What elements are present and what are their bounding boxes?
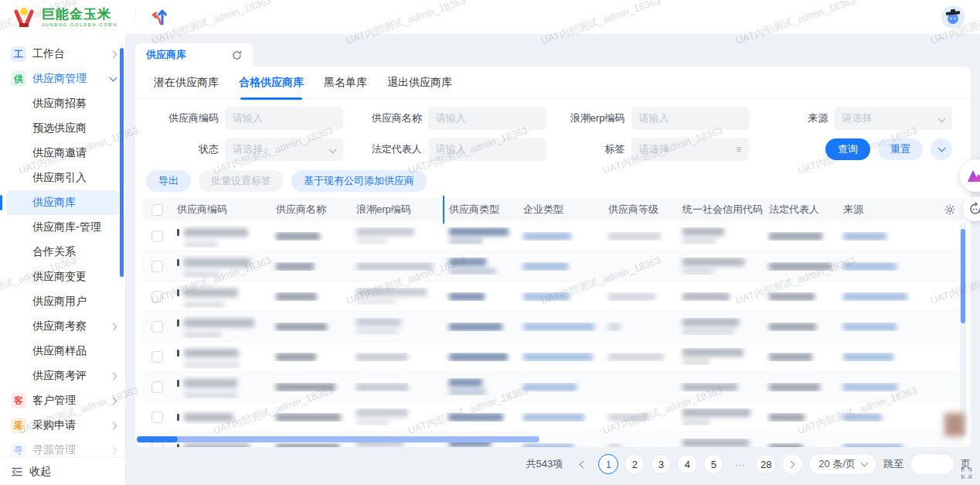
sidebar-item-supplier-recruit[interactable]: 供应商招募 <box>0 91 125 116</box>
redacted-content <box>843 323 957 331</box>
refresh-icon[interactable] <box>232 50 242 60</box>
page-jump-input[interactable] <box>910 453 954 475</box>
sidebar-item-supplier-library[interactable]: 供应商库 <box>6 190 119 215</box>
filter-placeholder: 请输入 <box>233 111 335 125</box>
page-button-3[interactable]: 3 <box>651 454 671 474</box>
export-button[interactable]: 导出 <box>146 170 191 192</box>
redacted-cell <box>171 225 270 248</box>
redacted-bar-secondary <box>682 238 716 244</box>
row-checkbox[interactable] <box>151 351 163 363</box>
table-row[interactable] <box>143 221 963 251</box>
subtab-qualified-supplier-library[interactable]: 合格供应商库 <box>239 76 304 90</box>
filter-input-legal-representative[interactable]: 请输入 <box>428 138 546 161</box>
row-checkbox[interactable] <box>151 291 163 302</box>
page-button-5[interactable]: 5 <box>703 454 723 474</box>
expand-filters-button[interactable] <box>931 138 952 160</box>
sidebar-item-supplier-invite[interactable]: 供应商邀请 <box>0 141 125 166</box>
redacted-cell <box>837 443 963 448</box>
filter-select-source[interactable]: 请选择 <box>834 107 952 130</box>
redacted-bar <box>608 232 661 241</box>
page-button-1[interactable]: 1 <box>598 454 618 474</box>
upgrade-arrows-icon[interactable] <box>149 7 172 27</box>
row-checkbox[interactable] <box>151 381 163 393</box>
filter-input-langchao-erp-code[interactable]: 请输入 <box>631 107 750 130</box>
sidebar-item-label: 客户管理 <box>32 394 111 408</box>
page-size-select[interactable]: 20 条/页 <box>808 453 877 475</box>
sidebar-item-supplier-user[interactable]: 供应商用户 <box>0 289 125 314</box>
page-button-28[interactable]: 28 <box>756 454 776 474</box>
reset-button[interactable]: 重置 <box>878 138 923 160</box>
redacted-bar <box>769 443 802 448</box>
page-button-4[interactable]: 4 <box>677 454 697 474</box>
sidebar-item-customer-management[interactable]: 客客户管理 <box>0 388 125 413</box>
subtab-exited-supplier-library[interactable]: 退出供应商库 <box>387 76 452 90</box>
column-settings-button[interactable] <box>937 204 963 215</box>
search-button[interactable]: 查询 <box>825 138 870 160</box>
sidebar-item-supplier-change[interactable]: 供应商变更 <box>0 265 125 289</box>
redacted-bar <box>276 443 339 448</box>
sidebar-item-supplier-introduce[interactable]: 供应商引入 <box>0 166 125 190</box>
redacted-cell <box>763 232 837 241</box>
filter-item-supplier-name: 供应商名称请输入 <box>357 107 546 130</box>
redacted-bar-secondary <box>682 268 713 275</box>
filter-item-supplier-code: 供应商编码请输入 <box>154 107 343 130</box>
next-page-button[interactable] <box>782 454 802 474</box>
subtab-blacklist-library[interactable]: 黑名单库 <box>324 76 367 90</box>
redacted-bar <box>608 353 664 361</box>
redacted-cell <box>443 227 517 244</box>
sidebar-item-supplier-management[interactable]: 供供应商管理 <box>0 67 125 91</box>
redacted-bar <box>843 383 897 391</box>
filter-select-tags[interactable]: 请选择≡ <box>631 138 750 161</box>
prev-page-button[interactable] <box>572 454 592 474</box>
sidebar-scrollbar[interactable] <box>120 48 124 277</box>
table-horizontal-scrollbar-thumb[interactable] <box>137 436 178 442</box>
redacted-content <box>843 383 957 391</box>
sidebar-item-supplier-review[interactable]: 供应商考评 <box>0 364 125 388</box>
row-checkbox[interactable] <box>151 261 163 272</box>
sidebar-item-purchase-request[interactable]: 采采购申请 <box>0 413 125 438</box>
tab-supplier-library[interactable]: 供应商库 <box>135 43 253 67</box>
redacted-bar <box>356 383 408 391</box>
table-row[interactable] <box>143 342 963 372</box>
sidebar-item-workbench[interactable]: 工工作台 <box>0 42 125 67</box>
subtab-potential-supplier-library[interactable]: 潜在供应商库 <box>154 76 219 90</box>
filter-buttons: 查询重置 <box>763 138 952 160</box>
sidebar-item-label: 供应商管理 <box>32 72 111 86</box>
sidebar-item-supplier-inspection[interactable]: 供应商考察 <box>0 314 125 339</box>
filter-input-supplier-name[interactable]: 请输入 <box>428 107 546 130</box>
collapse-sidebar-button[interactable]: 收起 <box>0 457 125 485</box>
sidebar-item-supplier-sample[interactable]: 供应商样品 <box>0 339 125 364</box>
redacted-bar <box>769 383 820 391</box>
redacted-bar <box>682 318 739 326</box>
redacted-content <box>523 383 596 391</box>
redacted-cell <box>350 383 443 391</box>
column-header-7: 法定代表人 <box>763 203 837 217</box>
table-row[interactable] <box>143 251 963 282</box>
redacted-bar <box>449 413 503 422</box>
redacted-cell <box>171 410 270 424</box>
sidebar-item-label: 供应商考评 <box>32 369 111 383</box>
row-checkbox[interactable] <box>151 231 163 242</box>
sidebar-item-pre-selected-supplier[interactable]: 预选供应商 <box>0 116 125 141</box>
table-row[interactable] <box>143 312 963 342</box>
user-avatar[interactable] <box>941 5 965 29</box>
row-checkbox[interactable] <box>151 321 163 333</box>
table-row[interactable] <box>143 282 963 312</box>
sidebar-group-icon: 寻 <box>11 442 26 457</box>
redacted-cell <box>171 255 270 278</box>
table-vertical-scrollbar-thumb[interactable] <box>961 229 965 323</box>
filter-input-supplier-code[interactable]: 请输入 <box>225 107 343 130</box>
table-horizontal-scrollbar-track[interactable] <box>174 436 539 442</box>
table-row[interactable] <box>143 372 963 402</box>
select-all-checkbox[interactable] <box>151 204 163 216</box>
page-button-2[interactable]: 2 <box>624 454 645 474</box>
ai-logo-icon <box>967 169 980 183</box>
add-supplier-from-company-button[interactable]: 基于现有公司添加供应商 <box>291 170 427 192</box>
table-row[interactable] <box>143 402 963 432</box>
sidebar-item-cooperation-relation[interactable]: 合作关系 <box>0 240 125 265</box>
filter-placeholder: 请输入 <box>436 142 539 156</box>
sidebar-item-sourcing-management[interactable]: 寻寻源管理 <box>0 438 125 457</box>
row-checkbox[interactable] <box>151 412 163 423</box>
sidebar-item-supplier-library-manage[interactable]: 供应商库-管理 <box>0 215 125 240</box>
filter-select-status[interactable]: 请选择 <box>225 138 343 161</box>
